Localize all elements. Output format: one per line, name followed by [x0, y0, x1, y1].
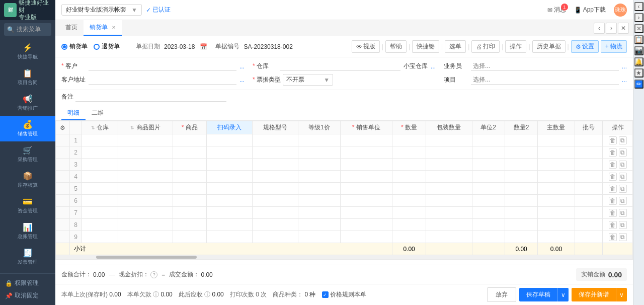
permission-mgmt-item[interactable]: 🔒 权限管理 [3, 277, 52, 289]
row-2-batch[interactable] [575, 146, 602, 159]
row-9-delete-button[interactable]: 🗑 [609, 233, 617, 241]
col-product-img[interactable]: ⇅ 商品图片 [118, 121, 173, 134]
row-5-copy-button[interactable]: ⧉ [619, 185, 627, 193]
sidebar-item-accounting[interactable]: 📊 总账管理 [0, 218, 55, 244]
price-check-item[interactable]: ✓ 价格规则本单 [322, 290, 366, 299]
abandon-button[interactable]: 放弃 [487, 287, 516, 302]
invoice-type-select[interactable]: 不开票 ▼ [283, 74, 333, 86]
sales-order-radio[interactable]: 销货单 [61, 42, 88, 51]
col-quantity[interactable]: * 数量 [392, 121, 426, 134]
row-2-pack-qty[interactable] [426, 146, 472, 159]
search-menu-button[interactable]: 🔍 搜索菜单 [4, 23, 51, 36]
row-2-warehouse[interactable] [82, 146, 118, 159]
add-material-button[interactable]: + 物流 [601, 40, 627, 53]
row-4-copy-button[interactable]: ⧉ [619, 173, 627, 181]
row-1-product-img[interactable] [118, 134, 173, 146]
row-2-product[interactable] [173, 146, 206, 159]
settings-button[interactable]: ⚙ 设置 [571, 40, 599, 53]
row-2-delete-button[interactable]: 🗑 [609, 148, 617, 157]
table-settings-icon[interactable]: ⚙ [60, 124, 65, 131]
right-panel-close-button[interactable]: ✕ [634, 24, 643, 33]
pin-item[interactable]: 📌 取消固定 [3, 289, 52, 302]
price-check-checkbox[interactable]: ✓ [322, 291, 329, 298]
row-2-sales-unit[interactable] [340, 146, 392, 159]
user-action[interactable]: 珠珠 [614, 4, 627, 17]
row-2-product-img[interactable] [118, 146, 173, 159]
sidebar-item-quick-nav[interactable]: ⚡ 快捷导航 [0, 39, 55, 64]
right-panel-star-button[interactable]: ★ [634, 68, 643, 78]
sidebar-item-purchase[interactable]: 🛒 采购管理 [0, 141, 55, 167]
tab-sales-order[interactable]: 销货单 ✕ [84, 20, 122, 36]
row-9-copy-button[interactable]: ⧉ [619, 233, 627, 241]
note-input[interactable] [75, 92, 226, 102]
shortcut-button[interactable]: 快捷键 [412, 40, 439, 53]
row-2-spec[interactable] [253, 146, 298, 159]
save-draft-arrow-button[interactable]: ∨ [557, 288, 569, 301]
tab-prev-button[interactable]: ‹ [594, 23, 605, 34]
detail-tab-明细[interactable]: 明细 [61, 107, 86, 120]
sidebar-item-capital[interactable]: 💳 资金管理 [0, 193, 55, 218]
sidebar-item-marketing[interactable]: 📢 营销推广 [0, 90, 55, 116]
col-spec[interactable]: 规格型号 [253, 121, 298, 134]
scrollbar-thumb[interactable] [96, 256, 197, 259]
return-order-radio[interactable]: 退货单 [94, 42, 120, 51]
table-settings-header[interactable]: ⚙ [56, 121, 70, 134]
select-button[interactable]: 选单 [445, 40, 466, 53]
row-1-qty[interactable] [392, 134, 426, 146]
operation-button[interactable]: 操作 [505, 40, 526, 53]
row-1-grade-price[interactable] [298, 134, 340, 146]
row-1-sales-unit[interactable] [340, 134, 392, 146]
app-download-action[interactable]: 📱 App下载 [574, 6, 606, 14]
row-1-main-qty[interactable] [538, 134, 575, 146]
print-button[interactable]: 🖨 打印 [471, 40, 500, 53]
customer-more-icon[interactable]: ... [239, 63, 245, 70]
row-1-qty2[interactable] [505, 134, 537, 146]
row-7-copy-button[interactable]: ⧉ [619, 209, 627, 217]
save-draft-button[interactable]: 保存草稿 [519, 288, 557, 301]
sidebar-item-invoice[interactable]: 🧾 发票管理 [0, 244, 55, 270]
sidebar-item-sales[interactable]: 💰 销售管理 [0, 116, 55, 141]
save-new-button[interactable]: 保存并新增 [572, 288, 616, 301]
help-button[interactable]: 帮助 [385, 40, 407, 53]
customer-address-input[interactable] [89, 75, 236, 85]
salesperson-input[interactable] [471, 61, 619, 71]
customer-address-more-icon[interactable]: ... [239, 77, 245, 84]
right-panel-edit-button[interactable]: ✏ [634, 80, 643, 89]
detail-tab-二维[interactable]: 二维 [86, 107, 110, 120]
tab-close-all-button[interactable]: ✕ [618, 23, 629, 34]
col-qty2[interactable]: 数量2 [505, 121, 537, 134]
company-selector[interactable]: 好业财专业版演示帐套 ▼ [61, 4, 142, 16]
customer-input[interactable] [89, 61, 236, 71]
row-2-copy-button[interactable]: ⧉ [619, 148, 627, 157]
sidebar-item-inventory[interactable]: 📦 库存核算 [0, 167, 55, 193]
row-6-delete-button[interactable]: 🗑 [609, 197, 617, 205]
row-2-grade-price[interactable] [298, 146, 340, 159]
col-main-qty[interactable]: 主数量 [538, 121, 575, 134]
row-8-delete-button[interactable]: 🗑 [609, 221, 617, 229]
row-2-qty[interactable] [392, 146, 426, 159]
row-1-batch[interactable] [575, 134, 602, 146]
row-3-delete-button[interactable]: 🗑 [609, 161, 617, 169]
calendar-icon[interactable]: 📅 [200, 43, 207, 50]
tab-close-icon[interactable]: ✕ [112, 25, 116, 30]
row-1-unit2[interactable] [472, 134, 505, 146]
row-1-pack-qty[interactable] [426, 134, 472, 146]
row-1-scan[interactable] [206, 134, 252, 146]
row-8-copy-button[interactable]: ⧉ [619, 221, 627, 229]
row-1-copy-button[interactable]: ⧉ [619, 136, 627, 144]
right-panel-prev-button[interactable]: ‹ [634, 2, 643, 11]
right-panel-next-button[interactable]: › [634, 13, 643, 22]
warehouse-input[interactable] [280, 61, 400, 71]
horizontal-scrollbar[interactable] [56, 255, 633, 260]
row-7-delete-button[interactable]: 🗑 [609, 209, 617, 217]
warehouse-more-icon[interactable]: ... [431, 63, 436, 70]
right-panel-clipboard-button[interactable]: 📋 [634, 35, 643, 44]
row-1-spec[interactable] [253, 134, 298, 146]
col-pack-qty[interactable]: 包装数量 [426, 121, 472, 134]
row-1-warehouse[interactable] [82, 134, 118, 146]
row-1-delete-button[interactable]: 🗑 [609, 136, 617, 144]
discount-help-icon[interactable]: ? [150, 271, 157, 278]
row-2-qty2[interactable] [505, 146, 537, 159]
tab-next-button[interactable]: › [606, 23, 617, 34]
save-new-arrow-button[interactable]: ∨ [616, 288, 627, 301]
